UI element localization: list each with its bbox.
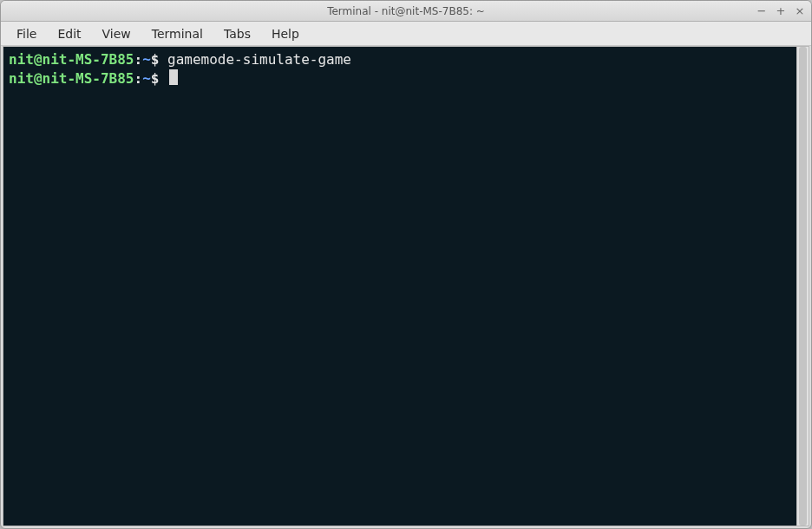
prompt-dollar: $ — [151, 70, 167, 87]
prompt-dollar: $ — [151, 51, 167, 68]
menu-tabs[interactable]: Tabs — [215, 24, 259, 43]
maximize-button[interactable]: + — [775, 5, 787, 17]
terminal-output[interactable]: nit@nit-MS-7B85:~$ gamemode-simulate-gam… — [3, 47, 796, 526]
prompt-user: nit@nit-MS-7B85 — [9, 70, 134, 87]
close-button[interactable]: × — [794, 5, 806, 17]
menu-file[interactable]: File — [8, 24, 45, 43]
terminal-area: nit@nit-MS-7B85:~$ gamemode-simulate-gam… — [3, 46, 809, 526]
cursor-icon — [169, 69, 178, 85]
scrollbar[interactable] — [796, 47, 809, 526]
terminal-line: nit@nit-MS-7B85:~$ gamemode-simulate-gam… — [9, 50, 791, 69]
scrollbar-thumb[interactable] — [799, 47, 807, 526]
window-controls: − + × — [756, 1, 806, 21]
window-title: Terminal - nit@nit-MS-7B85: ~ — [1, 5, 811, 17]
menu-view[interactable]: View — [94, 24, 140, 43]
prompt-path: ~ — [142, 51, 151, 68]
terminal-window: Terminal - nit@nit-MS-7B85: ~ − + × File… — [0, 0, 812, 529]
menu-terminal[interactable]: Terminal — [143, 24, 212, 43]
minimize-button[interactable]: − — [756, 5, 768, 17]
menu-edit[interactable]: Edit — [49, 24, 89, 43]
command-text: gamemode-simulate-game — [167, 51, 351, 68]
prompt-colon: : — [134, 51, 143, 68]
menu-help[interactable]: Help — [263, 24, 308, 43]
prompt-colon: : — [134, 70, 143, 87]
terminal-line: nit@nit-MS-7B85:~$ — [9, 69, 791, 88]
titlebar[interactable]: Terminal - nit@nit-MS-7B85: ~ − + × — [1, 1, 811, 22]
menubar: File Edit View Terminal Tabs Help — [1, 22, 811, 46]
prompt-path: ~ — [142, 70, 151, 87]
prompt-user: nit@nit-MS-7B85 — [9, 51, 134, 68]
